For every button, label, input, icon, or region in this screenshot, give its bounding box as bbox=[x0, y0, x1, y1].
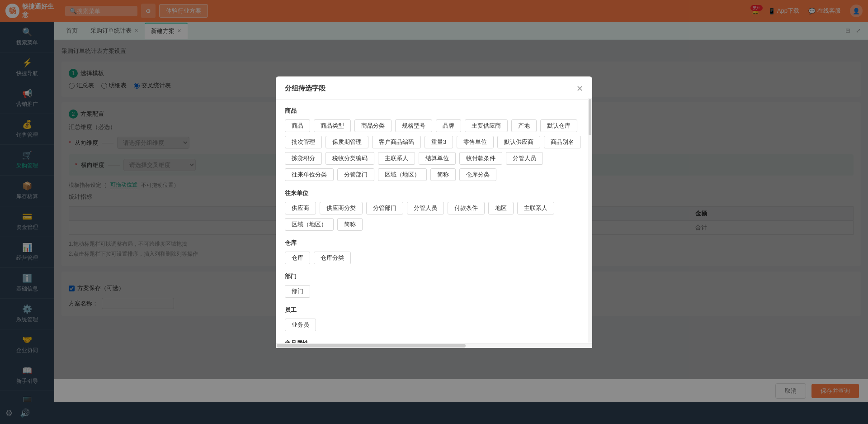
field-tag[interactable]: 主联系人 bbox=[378, 152, 415, 165]
field-tag[interactable]: 商品别名 bbox=[544, 136, 581, 148]
field-section-员工: 员工业务员 bbox=[285, 306, 583, 331]
field-tag[interactable]: 默认仓库 bbox=[540, 119, 577, 132]
modal-body[interactable]: 商品商品商品类型商品分类规格型号品牌主要供应商产地默认仓库批次管理保质期管理客户… bbox=[276, 100, 592, 343]
field-section-title: 商品 bbox=[285, 107, 583, 115]
field-tag[interactable]: 商品分类 bbox=[354, 119, 392, 132]
modal-overlay: 分组待选字段 ✕ 商品商品商品类型商品分类规格型号品牌主要供应商产地默认仓库批次… bbox=[0, 0, 868, 424]
modal-title: 分组待选字段 bbox=[285, 84, 326, 93]
field-tag[interactable]: 仓库分类 bbox=[459, 168, 496, 181]
field-tags: 业务员 bbox=[285, 319, 583, 331]
field-section-仓库: 仓库仓库仓库分类 bbox=[285, 239, 583, 264]
field-tag[interactable]: 部门 bbox=[285, 285, 310, 298]
field-tag[interactable]: 分管人员 bbox=[407, 202, 444, 214]
field-tag[interactable]: 税收分类编码 bbox=[326, 152, 374, 165]
field-tag[interactable]: 规格型号 bbox=[395, 119, 432, 132]
field-tag[interactable]: 收付款条件 bbox=[459, 152, 502, 165]
field-tag[interactable]: 商品类型 bbox=[314, 119, 351, 132]
field-tag[interactable]: 付款条件 bbox=[448, 202, 485, 214]
field-tag[interactable]: 重量3 bbox=[425, 136, 453, 148]
field-section-商品属性: 商品属性属性颜色多规格尺码鞋码1 bbox=[285, 339, 583, 343]
modal-scroll-thumb bbox=[277, 344, 466, 348]
field-tag[interactable]: 业务员 bbox=[285, 319, 316, 331]
field-tag[interactable]: 零售单位 bbox=[457, 136, 494, 148]
field-tags: 仓库仓库分类 bbox=[285, 252, 583, 264]
field-section-title: 员工 bbox=[285, 306, 583, 314]
field-tag[interactable]: 主联系人 bbox=[517, 202, 554, 214]
field-tags: 部门 bbox=[285, 285, 583, 298]
field-section-title: 部门 bbox=[285, 272, 583, 281]
modal-field-select: 分组待选字段 ✕ 商品商品商品类型商品分类规格型号品牌主要供应商产地默认仓库批次… bbox=[276, 76, 592, 348]
field-section-title: 往来单位 bbox=[285, 189, 583, 197]
modal-header: 分组待选字段 ✕ bbox=[276, 76, 592, 100]
field-tag[interactable]: 地区 bbox=[488, 202, 514, 214]
field-tag[interactable]: 分管人员 bbox=[506, 152, 543, 165]
field-section-title: 商品属性 bbox=[285, 339, 583, 343]
field-tag[interactable]: 客户商品编码 bbox=[372, 136, 421, 148]
field-tag[interactable]: 仓库 bbox=[285, 252, 310, 264]
field-tag[interactable]: 产地 bbox=[511, 119, 537, 132]
field-tag[interactable]: 分管部门 bbox=[337, 168, 374, 181]
field-tag[interactable]: 简称 bbox=[337, 218, 363, 231]
field-section-商品: 商品商品商品类型商品分类规格型号品牌主要供应商产地默认仓库批次管理保质期管理客户… bbox=[285, 107, 583, 181]
field-section-往来单位: 往来单位供应商供应商分类分管部门分管人员付款条件地区主联系人区域（地区）简称 bbox=[285, 189, 583, 231]
field-tag[interactable]: 品牌 bbox=[436, 119, 461, 132]
field-tag[interactable]: 主要供应商 bbox=[465, 119, 508, 132]
field-section-title: 仓库 bbox=[285, 239, 583, 247]
field-tag[interactable]: 拣货积分 bbox=[285, 152, 322, 165]
field-tag[interactable]: 区域（地区） bbox=[378, 168, 427, 181]
field-tag[interactable]: 区域（地区） bbox=[285, 218, 334, 231]
field-tags: 供应商供应商分类分管部门分管人员付款条件地区主联系人区域（地区）简称 bbox=[285, 202, 583, 231]
field-tag[interactable]: 分管部门 bbox=[366, 202, 403, 214]
field-tag[interactable]: 保质期管理 bbox=[326, 136, 368, 148]
field-tag[interactable]: 批次管理 bbox=[285, 136, 322, 148]
field-section-部门: 部门部门 bbox=[285, 272, 583, 298]
field-tag[interactable]: 供应商分类 bbox=[320, 202, 363, 214]
modal-right-thumb bbox=[589, 99, 591, 135]
field-tag[interactable]: 仓库分类 bbox=[314, 252, 351, 264]
field-tag[interactable]: 往来单位分类 bbox=[285, 168, 334, 181]
modal-scroll-track bbox=[276, 343, 592, 348]
field-tag[interactable]: 简称 bbox=[430, 168, 456, 181]
field-tag[interactable]: 结算单位 bbox=[419, 152, 456, 165]
modal-right-scrollbar bbox=[588, 98, 592, 343]
field-tags: 商品商品类型商品分类规格型号品牌主要供应商产地默认仓库批次管理保质期管理客户商品… bbox=[285, 119, 583, 181]
field-tag[interactable]: 商品 bbox=[285, 119, 310, 132]
modal-close-button[interactable]: ✕ bbox=[576, 84, 583, 94]
field-tag[interactable]: 供应商 bbox=[285, 202, 316, 214]
field-tag[interactable]: 默认供应商 bbox=[497, 136, 540, 148]
